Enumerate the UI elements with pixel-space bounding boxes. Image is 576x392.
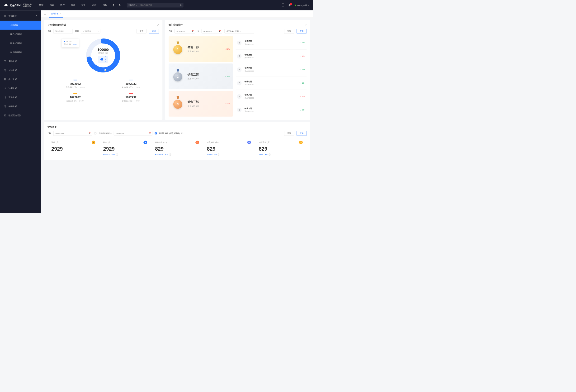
select-target[interactable]: 请选择目标 [54, 29, 73, 34]
nav-item-5[interactable]: 运营 [92, 4, 96, 6]
kpi-item: 成交流水（元）💳829ARPU：¥80? [255, 140, 307, 157]
rank-number: 8 [237, 94, 242, 99]
card-goal: 公司业绩目标达成 目标 请选择目标 周期 请选择周期 重置 查询 [44, 20, 163, 120]
search-input[interactable] [139, 3, 178, 8]
sidebar-group-dashboard[interactable]: 数据看板 ⌃ [0, 12, 41, 21]
svg-rect-4 [4, 15, 5, 16]
date-input[interactable]: 2018/01/08📅 [54, 131, 92, 136]
card-ranking: 部门业绩排行 日期 2018/01/08📅 至 2018/01/08📅 按工单客… [165, 20, 310, 120]
expand-icon[interactable] [157, 24, 159, 26]
donut-handle [105, 69, 106, 71]
card-overview: 业务全景 日期 2018/01/08📅 与其他时间对比 2018/01/08📅 … [44, 122, 310, 160]
expand-icon[interactable] [305, 24, 307, 26]
svg-rect-5 [5, 15, 6, 16]
trend-indicator: ▲10% [300, 82, 305, 84]
user-icon[interactable] [112, 4, 115, 7]
sidebar-item-1[interactable]: 成本分析 [0, 66, 41, 75]
stat-item: 1072932超额完成（元） | 89.9% [103, 91, 159, 105]
mobile-icon[interactable] [282, 3, 285, 7]
sidebar-item-0[interactable]: 漏斗分析 [0, 57, 41, 66]
sidebar-item-6[interactable]: 数据流转记录 [0, 111, 41, 120]
tab-bar: 公司看板✕ [41, 10, 313, 17]
nav-item-1[interactable]: 线索 [50, 4, 54, 6]
nav-item-6[interactable]: 报名 [103, 4, 107, 6]
calendar-icon: 📅 [149, 132, 151, 134]
compare-checkbox[interactable] [94, 132, 96, 134]
trend-indicator: ▼12% [225, 103, 230, 105]
close-icon[interactable]: ✕ [59, 13, 61, 15]
phone-icon[interactable] [119, 4, 121, 7]
logo: 云朵CRM 教育机构一站式服务云平台 [4, 3, 31, 7]
rank-row: 9销售九部流水 ¥19020▲10% [236, 103, 307, 117]
sidebar-item-2[interactable]: 推广分析 [0, 75, 41, 84]
nav-item-0[interactable]: 数据 [39, 4, 43, 6]
tab-company-dashboard[interactable]: 公司看板✕ [49, 10, 63, 17]
help-icon[interactable]: ? [116, 153, 118, 156]
topbar: 云朵CRM 教育机构一站式服务云平台 数据线索客户公海财务运营报名 手机号码▾ … [0, 0, 313, 10]
donut-total: 100000 [98, 48, 109, 52]
sidebar-item-3[interactable]: 访客分析 [0, 84, 41, 93]
rank-number: 7 [237, 81, 242, 86]
date-compare-input[interactable]: 2018/01/08📅 [114, 131, 152, 136]
cloud-icon [4, 3, 8, 7]
query-button[interactable]: 查询 [149, 29, 159, 34]
trend-indicator: ▲10% [225, 75, 230, 77]
collapse-sidebar-icon[interactable] [44, 13, 46, 15]
nav-item-4[interactable]: 财务 [82, 4, 86, 6]
trend-indicator: ▼12% [300, 95, 305, 97]
help-icon[interactable]: ? [218, 153, 220, 156]
select-period[interactable]: 请选择周期 [81, 29, 100, 34]
sidebar-sub-3[interactable]: 客户经理看板 [0, 48, 41, 57]
rank-row: 5销售五部流水 ¥19020▼12% [236, 50, 307, 63]
card-title: 业务全景 [48, 125, 57, 128]
kpi-icon: ▤ [247, 141, 251, 144]
calendar-icon: 📅 [192, 30, 194, 32]
stat-item: 1072932未完成量（元） | 20.9% [103, 77, 159, 91]
date-to[interactable]: 2018/01/08📅 [202, 29, 222, 34]
sidebar-item-4[interactable]: 渠道分析 [0, 93, 41, 102]
reset-button[interactable]: 重置 [284, 131, 294, 136]
query-button[interactable]: 查询 [296, 131, 307, 136]
medal-icon: 3 [172, 98, 183, 110]
sidebar-sub-1[interactable]: 推广主管看板 [0, 30, 41, 39]
reset-button[interactable]: 重置 [284, 29, 294, 34]
nav-item-3[interactable]: 公海 [71, 4, 75, 6]
label-period: 周期 [75, 30, 79, 32]
side-icon [4, 87, 6, 90]
search-type-select[interactable]: 手机号码▾ [127, 3, 139, 8]
side-icon [4, 96, 6, 99]
dashboard-icon [4, 15, 6, 17]
sidebar-sub-0[interactable]: 公司看板 [0, 21, 41, 30]
search-box: 手机号码▾ [127, 3, 183, 8]
cash-label: 按现金消费（返点后消费）统计 [159, 132, 184, 135]
trend-indicator: ▼12% [225, 48, 230, 50]
side-icon [4, 60, 6, 62]
kpi-item: 有效机会（个）🛡829机会有效率：80%? [151, 140, 203, 157]
help-icon[interactable]: ? [169, 153, 172, 156]
podium-item: 3销售三部流水 ¥10,900▼12% [169, 91, 233, 117]
user-menu[interactable]: manager11▾ [295, 4, 309, 6]
select-stat-mode[interactable]: 按工单客户经理统计 [224, 29, 254, 34]
svg-rect-6 [4, 16, 5, 17]
search-icon[interactable] [178, 4, 183, 6]
thumbs-up-icon [100, 58, 104, 61]
label-target: 目标 [48, 30, 51, 32]
reset-button[interactable]: 重置 [136, 29, 146, 34]
rank-number: 9 [237, 108, 242, 112]
cash-checkbox[interactable]: ✓ [155, 132, 157, 134]
query-button[interactable]: 查询 [296, 29, 307, 34]
date-from[interactable]: 2018/01/08📅 [174, 29, 195, 34]
brand-name: 云朵CRM [9, 3, 20, 7]
top-nav: 数据线索客户公海财务运营报名 [39, 4, 107, 6]
kpi-icon: 💰 [92, 141, 95, 144]
notification-bell[interactable]: 5 [288, 4, 291, 7]
nav-item-2[interactable]: 客户 [60, 4, 64, 6]
sidebar-sub-2[interactable]: 销售主管看板 [0, 39, 41, 48]
sidebar-item-5[interactable]: 销售分析 [0, 102, 41, 111]
podium-item: 1销售一部流水 ¥10,900▼12% [169, 36, 233, 62]
help-icon[interactable]: ? [268, 153, 271, 156]
calendar-icon: 📅 [219, 30, 221, 32]
svg-rect-7 [5, 16, 6, 17]
podium-item: 2销售二部流水 ¥10,900▲10% [169, 63, 233, 89]
card-title: 部门业绩排行 [169, 23, 183, 26]
